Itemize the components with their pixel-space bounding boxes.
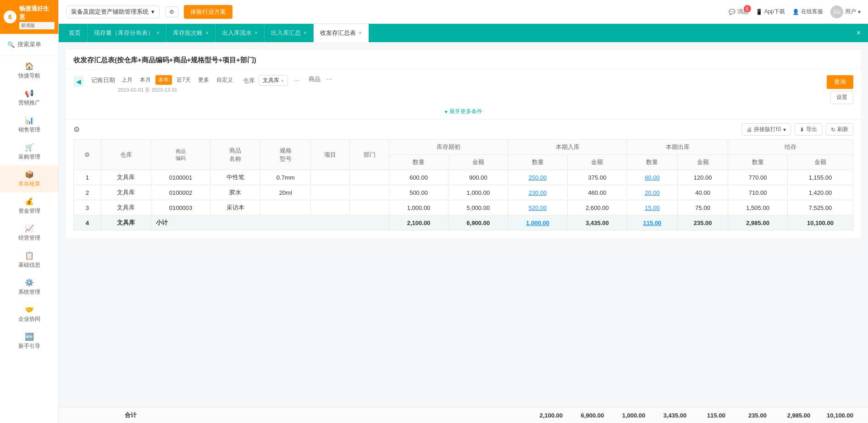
row2-project [311, 185, 350, 200]
row3-in-qty[interactable]: 520.00 [508, 200, 568, 215]
table-row: 2 文具库 0100002 胶水 20ml 500.00 1,000.00 23… [74, 185, 853, 200]
filter-collapse-btn[interactable]: ◀ [73, 76, 84, 87]
export-btn[interactable]: ⬇ 导出 [795, 123, 822, 136]
filter-area: ◀ 记账日期 上月 本月 本年 近7天 更多 自定义 [66, 70, 861, 104]
row2-out-qty[interactable]: 20.00 [627, 185, 677, 200]
date-btn-custom[interactable]: 自定义 [214, 75, 236, 85]
message-btn[interactable]: 💬 消息 6 [729, 8, 748, 16]
sidebar-item-marketing[interactable]: 📢 营销推广 [0, 84, 58, 111]
gear-settings-btn[interactable]: ⚙ [165, 6, 178, 17]
expand-down-icon: ▾ [445, 109, 448, 115]
row1-open-amt: 900.00 [448, 170, 508, 185]
avatar: Ea [830, 5, 843, 18]
service-icon: 👤 [792, 9, 799, 15]
subtotal-out-qty[interactable]: 115.00 [627, 215, 677, 231]
row1-out-amt: 120.00 [678, 170, 728, 185]
system-selector[interactable]: 装备及固定资产辅助管理系统 ▾ [66, 5, 160, 18]
sidebar-item-operation[interactable]: 📈 经营管理 [0, 220, 58, 247]
row3-index: 3 [74, 200, 101, 215]
date-btn-last-month[interactable]: 上月 [119, 75, 135, 85]
row2-close-amt: 1,420.00 [787, 185, 853, 200]
sidebar-item-enterprise[interactable]: 🤝 企业协同 [0, 301, 58, 328]
expand-more-area: ▾ 展开更多条件 [66, 104, 861, 120]
sidebar-item-finance[interactable]: 💰 资金管理 [0, 192, 58, 220]
operation-icon: 📈 [25, 224, 34, 233]
guide-icon: 🆕 [25, 332, 34, 341]
row1-out-qty[interactable]: 80.00 [627, 170, 677, 185]
enterprise-icon: 🤝 [25, 305, 34, 314]
table-gear-btn[interactable]: ⚙ [73, 125, 80, 134]
sidebar-item-inventory[interactable]: 📦 库存核算 [0, 165, 58, 192]
query-btn[interactable]: 查询 [827, 75, 853, 89]
row1-close-qty: 770.00 [728, 170, 788, 185]
tab-close-summary[interactable]: × [304, 30, 307, 36]
user-menu[interactable]: Ea 用户 ▾ [830, 5, 861, 18]
search-menu-button[interactable]: 🔍 搜索菜单 [4, 38, 55, 51]
subtotal-row: 4 文具库 小计 2,100.00 6,900.00 1,000.00 3,43… [74, 215, 853, 231]
date-filter-label: 记账日期 [91, 76, 115, 84]
print-btn[interactable]: 🖨 拼接版打印 ▾ [741, 123, 791, 136]
settings-btn[interactable]: 设置 [830, 91, 853, 104]
date-btn-7days[interactable]: 近7天 [174, 75, 194, 85]
close-all-tabs-btn[interactable]: × [853, 29, 864, 37]
row3-code: 0100003 [151, 200, 210, 215]
col-gear-header: ⚙ [74, 140, 101, 170]
subtotal-label: 小计 [151, 215, 389, 231]
tab-close-flow[interactable]: × [254, 30, 258, 36]
warehouse-tag: 文具库 × [259, 75, 288, 86]
expand-conditions-btn[interactable]: ▾ 展开更多条件 [445, 108, 482, 115]
app-download-btn[interactable]: 📱 App下载 [756, 8, 785, 16]
date-btn-this-month[interactable]: 本月 [137, 75, 154, 85]
sidebar-item-guide[interactable]: 🆕 新手引导 [0, 328, 58, 355]
subtotal-in-qty[interactable]: 1,000.00 [508, 215, 568, 231]
warehouse-filter-label: 仓库 [243, 77, 255, 85]
goods-more-btn[interactable]: ··· [324, 75, 334, 83]
subtotal-close-qty: 2,985.00 [728, 215, 788, 231]
subtotal-close-amt: 10,100.00 [787, 215, 853, 231]
date-btn-more[interactable]: 更多 [195, 75, 212, 85]
filter-left: ◀ 记账日期 上月 本月 本年 近7天 更多 自定义 [73, 75, 827, 93]
sidebar-item-purchase[interactable]: 🛒 采购管理 [0, 138, 58, 165]
refresh-btn[interactable]: ↻ 刷新 [826, 123, 853, 136]
tab-stock-dist[interactable]: 现存量（库存分布表） × [88, 24, 166, 42]
row3-out-qty[interactable]: 15.00 [627, 200, 677, 215]
sidebar-item-sales[interactable]: 📊 销售管理 [0, 111, 58, 138]
tab-close-stock-dist[interactable]: × [156, 30, 160, 36]
row1-in-qty[interactable]: 250.00 [508, 170, 568, 185]
tab-home[interactable]: 首页 [62, 24, 88, 42]
col-in-qty: 数量 [508, 155, 568, 170]
sidebar-logo: 6 畅捷通好生意 标准版 [0, 0, 58, 34]
row3-close-qty: 1,505.00 [728, 200, 788, 215]
warehouse-filter-group: 仓库 文具库 × ··· [243, 75, 302, 86]
content-area: 收发存汇总表(按仓库+商品编码+商品+规格型号+项目+部门) ◀ 记账日期 上月… [59, 42, 868, 407]
tab-close-recv-send[interactable]: × [359, 30, 362, 36]
row2-in-qty[interactable]: 230.00 [508, 185, 568, 200]
footer-close-qty: 2,985.00 [778, 412, 819, 419]
date-filter-buttons: 上月 本月 本年 近7天 更多 自定义 [119, 75, 236, 85]
tab-recv-send[interactable]: 收发存汇总表 × [314, 24, 369, 42]
row1-project [311, 170, 350, 185]
sidebar-item-basic[interactable]: 📋 基础信息 [0, 247, 58, 274]
refresh-icon: ↻ [831, 126, 835, 133]
online-service-btn[interactable]: 👤 在线客服 [792, 8, 823, 16]
tab-summary[interactable]: 出入库汇总 × [265, 24, 314, 42]
try-industry-btn[interactable]: 体验行业方案 [184, 5, 232, 19]
warehouse-more-btn[interactable]: ··· [292, 77, 301, 85]
row3-name: 采访本 [210, 200, 260, 215]
row2-name: 胶水 [210, 185, 260, 200]
sidebar-item-system[interactable]: ⚙️ 系统管理 [0, 274, 58, 301]
row2-open-amt: 1,000.00 [448, 185, 508, 200]
tab-close-batch[interactable]: × [205, 30, 209, 36]
subtotal-open-amt: 6,900.00 [448, 215, 508, 231]
col-out-amt: 金额 [678, 155, 728, 170]
row1-code: 0100001 [151, 170, 210, 185]
sidebar-item-quick-nav[interactable]: 🏠 快捷导航 [0, 57, 58, 84]
col-name-header: 商品名称 [210, 140, 260, 170]
tab-batch[interactable]: 库存批次账 × [166, 24, 216, 42]
tab-flow[interactable]: 出入库流水 × [216, 24, 265, 42]
subtotal-in-amt: 3,435.00 [568, 215, 627, 231]
date-btn-this-year[interactable]: 本年 [155, 75, 172, 85]
warehouse-remove-btn[interactable]: × [281, 78, 284, 83]
col-warehouse-header: 仓库 [101, 140, 151, 170]
footer-out-qty: 115.00 [696, 412, 737, 419]
